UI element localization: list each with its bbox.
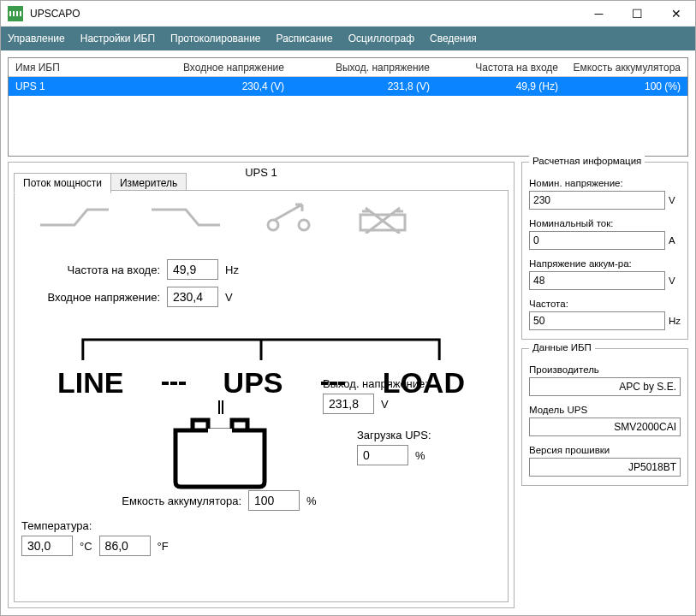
- battery-icon: [169, 413, 271, 490]
- col-vout[interactable]: Выход. напряжение: [291, 62, 437, 74]
- input-ok-icon: [40, 199, 109, 234]
- nom-v-label: Номин. напряжение:: [529, 178, 681, 188]
- nom-v-value: 230: [529, 191, 665, 210]
- cell-vin: 230,4 (V): [146, 80, 291, 92]
- freq-in-label: Частота на входе:: [32, 264, 160, 276]
- calc-freq-unit: Hz: [669, 316, 681, 326]
- fw-value: JP5018BT: [529, 458, 681, 477]
- cell-freq: 49,9 (Hz): [437, 80, 565, 92]
- nom-i-label: Номинальный ток:: [529, 218, 681, 228]
- calc-freq-label: Частота:: [529, 299, 681, 309]
- tab-body-flow: Частота на входе: 49,9 Hz Входное напряж…: [14, 190, 509, 602]
- cell-name: UPS 1: [9, 80, 146, 92]
- close-button[interactable]: ✕: [657, 1, 695, 27]
- freq-in-unit: Hz: [225, 264, 239, 276]
- model-label: Модель UPS: [529, 405, 681, 415]
- menu-about[interactable]: Сведения: [430, 33, 477, 44]
- input-fault-icon: [152, 199, 220, 234]
- calc-freq-value: 50: [529, 311, 665, 330]
- mfr-value: APC by S.E.: [529, 377, 681, 396]
- menubar: Управление Настройки ИБП Протоколировани…: [1, 27, 695, 50]
- col-freq[interactable]: Частота на входе: [437, 62, 565, 74]
- svg-point-1: [299, 220, 309, 230]
- menu-oscilloscope[interactable]: Осциллограф: [348, 33, 414, 44]
- route-lines: [66, 336, 456, 362]
- word-ups: UPS: [223, 366, 283, 400]
- main-panel: UPS 1 Поток мощности Измеритель: [8, 162, 515, 608]
- vout-value: 231,8: [323, 394, 374, 414]
- vout-unit: V: [381, 398, 389, 411]
- batt-v-label: Напряжение аккум-ра:: [529, 258, 681, 269]
- temp-label: Температура:: [21, 519, 92, 532]
- info-group: Данные ИБП Производитель APC by S.E. Мод…: [521, 348, 688, 486]
- vin-unit: V: [225, 291, 233, 304]
- side-panels: Расчетная информация Номин. напряжение: …: [521, 162, 688, 608]
- menu-schedule[interactable]: Расписание: [277, 33, 333, 44]
- vout-label: Выход. напряжение:: [323, 377, 428, 390]
- table-header-row: Имя ИБП Входное напряжение Выход. напряж…: [9, 58, 687, 77]
- word-line: LINE: [57, 366, 123, 400]
- nom-i-value: 0: [529, 231, 665, 250]
- panel-title: UPS 1: [245, 166, 277, 179]
- load-label: Загрузка UPS:: [357, 429, 431, 441]
- bottom-area: UPS 1 Поток мощности Измеритель: [8, 162, 688, 608]
- vout-block: Выход. напряжение: 231,8 V: [323, 377, 503, 414]
- status-icons: [40, 199, 408, 234]
- info-title: Данные ИБП: [529, 342, 595, 352]
- arrow-line-ups: [157, 382, 191, 385]
- maximize-button[interactable]: ☐: [618, 1, 657, 27]
- load-unit: %: [415, 449, 425, 462]
- batt-v-value: 48: [529, 271, 665, 290]
- svg-point-0: [268, 220, 278, 230]
- vin-label: Входное напряжение:: [32, 291, 160, 304]
- temp-c-value: 30,0: [21, 536, 73, 556]
- temp-f-unit: °F: [158, 540, 169, 553]
- col-batt[interactable]: Емкость аккумулятора: [565, 62, 687, 74]
- nom-v-unit: V: [669, 195, 681, 205]
- calc-title: Расчетная информация: [529, 156, 645, 166]
- cell-vout: 231,8 (V): [291, 80, 437, 92]
- table-row[interactable]: UPS 1 230,4 (V) 231,8 (V) 49,9 (Hz) 100 …: [9, 77, 687, 96]
- batt-v-unit: V: [669, 275, 681, 286]
- temp-f-value: 86,0: [99, 536, 151, 556]
- calc-group: Расчетная информация Номин. напряжение: …: [521, 162, 688, 340]
- vin-value: 230,4: [167, 287, 218, 307]
- col-name[interactable]: Имя ИБП: [9, 62, 146, 74]
- load-block: Загрузка UPS: 0 %: [357, 429, 511, 465]
- tab-flow[interactable]: Поток мощности: [14, 173, 111, 193]
- vin-row: Входное напряжение: 230,4 V: [32, 287, 289, 307]
- app-window: UPSCAPO ─ ☐ ✕ Управление Настройки ИБП П…: [0, 0, 696, 616]
- cell-batt: 100 (%): [565, 80, 687, 92]
- menu-logging[interactable]: Протоколирование: [170, 33, 261, 44]
- col-vin[interactable]: Входное напряжение: [146, 62, 291, 74]
- ups-table: Имя ИБП Входное напряжение Выход. напряж…: [8, 57, 688, 157]
- freq-in-value: 49,9: [167, 259, 218, 280]
- nom-i-unit: A: [669, 235, 681, 246]
- load-value: 0: [357, 445, 408, 465]
- freq-in-row: Частота на входе: 49,9 Hz: [32, 259, 289, 280]
- batt-cap-row: Емкость аккумулятора: 100 %: [100, 490, 374, 511]
- content-area: Имя ИБП Входное напряжение Выход. напряж…: [1, 50, 695, 615]
- titlebar: UPSCAPO ─ ☐ ✕: [1, 1, 695, 27]
- temp-block: Температура: 30,0 °C 86,0 °F: [21, 519, 169, 556]
- batt-cap-unit: %: [306, 495, 317, 507]
- batt-cap-value: 100: [248, 490, 300, 511]
- flow-diagram: Частота на входе: 49,9 Hz Входное напряж…: [15, 191, 508, 601]
- mfr-label: Производитель: [529, 364, 681, 375]
- menu-ups-settings[interactable]: Настройки ИБП: [80, 33, 155, 44]
- fw-label: Версия прошивки: [529, 445, 681, 455]
- model-value: SMV2000CAI: [529, 418, 681, 436]
- batt-cap-label: Емкость аккумулятора:: [100, 495, 241, 507]
- app-icon: [8, 6, 23, 21]
- app-title: UPSCAPO: [30, 8, 80, 20]
- bypass-icon: [263, 199, 314, 234]
- temp-c-unit: °C: [80, 540, 92, 553]
- svg-rect-2: [208, 429, 232, 434]
- menu-control[interactable]: Управление: [8, 33, 65, 44]
- battery-fault-icon: [357, 199, 408, 234]
- minimize-button[interactable]: ─: [580, 1, 618, 27]
